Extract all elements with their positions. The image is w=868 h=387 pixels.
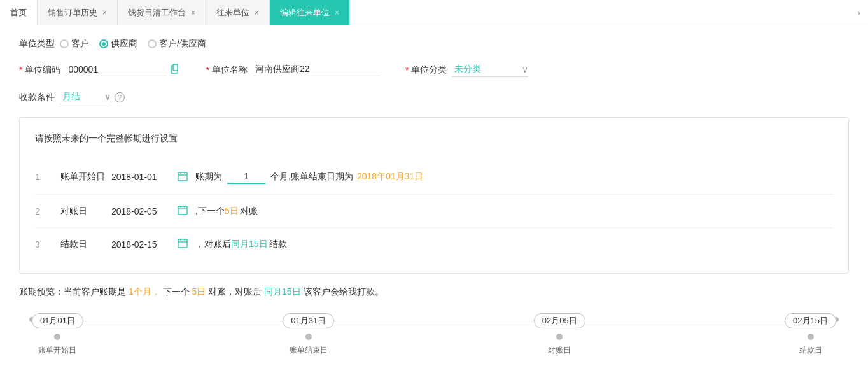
row-desc-1: 账期为	[195, 171, 222, 183]
timeline-dot-3	[556, 334, 563, 340]
unit-code-input[interactable]	[66, 63, 167, 76]
row-date-3-calendar-icon[interactable]	[178, 238, 188, 250]
radio-supplier[interactable]: 供应商	[99, 38, 137, 50]
row-label-1: 账单开始日	[60, 171, 111, 183]
setting-row-3: 3 结款日 2018-02-15 ，对账后 同月15日 结款	[35, 228, 833, 260]
preview-mid2: 对账，对账后	[208, 286, 262, 297]
row-date-3: 2018-02-15	[111, 239, 175, 250]
tab-cashflow[interactable]: 钱货日清工作台 ×	[118, 0, 206, 25]
unit-type-row: 单位类型 客户 供应商 客户/供应商	[19, 38, 849, 50]
preview-prefix: 账期预览：当前客户账期是	[19, 286, 126, 297]
timeline-date-4: 02月15日	[785, 313, 836, 328]
svg-rect-10	[178, 239, 187, 248]
tab-home[interactable]: 首页	[0, 0, 38, 25]
timeline-node-2: 01月31日 账单结束日	[283, 313, 334, 356]
preview-period: 1个月，	[129, 286, 160, 297]
timeline-dot-4	[808, 334, 814, 340]
setting-row-1: 1 账单开始日 2018-01-01 账期为 个月,账单结束日期为 2018年0…	[35, 160, 833, 195]
timeline-label-1: 账单开始日	[38, 345, 76, 356]
timeline-container: 01月01日 账单开始日 01月31日 账单结束日 02月05日 对账日 02月…	[19, 313, 849, 356]
timeline-dot-2	[305, 334, 312, 340]
row-desc-3b: 结款	[269, 239, 287, 250]
reconcile-day: 5日	[225, 206, 239, 217]
row-desc-2a: ,下一个	[195, 206, 225, 217]
timeline-date-3: 02月05日	[534, 313, 585, 328]
unit-category-value: 未分类	[452, 62, 519, 76]
preview-payment-day: 同月15日	[264, 286, 301, 297]
svg-rect-1	[173, 64, 178, 71]
unit-category-select[interactable]: 未分类 ∨	[452, 62, 528, 77]
row-date-1-calendar-icon[interactable]	[178, 171, 188, 183]
radio-both[interactable]: 客户/供应商	[148, 38, 206, 50]
unit-category-arrow-icon: ∨	[522, 64, 528, 74]
row-date-2: 2018-02-05	[111, 206, 175, 216]
row-date-1: 2018-01-01	[111, 172, 175, 182]
timeline-label-4: 结款日	[799, 345, 822, 356]
timeline-dot-1	[54, 334, 60, 340]
row-label-2: 对账日	[60, 206, 111, 217]
tab-edit-partner[interactable]: 编辑往来单位 ×	[270, 0, 350, 25]
payment-row: 收款条件 月结 ∨ ?	[19, 90, 849, 104]
unit-category-label: 单位分类	[411, 64, 447, 76]
payment-select[interactable]: 月结 ∨	[60, 90, 111, 104]
row-num-2: 2	[35, 206, 50, 216]
radio-customer[interactable]: 客户	[60, 38, 89, 50]
tabs-scroll-arrow[interactable]: ›	[850, 8, 868, 18]
timeline-node-1: 01月01日 账单开始日	[32, 313, 83, 356]
tab-close-partners[interactable]: ×	[255, 8, 259, 17]
period-suffix: 个月,账单结束日期为	[270, 171, 353, 183]
svg-rect-2	[178, 172, 187, 181]
unit-name-required: *	[206, 65, 209, 75]
unit-code-copy-icon[interactable]	[170, 64, 180, 76]
unit-name-group: * 单位名称	[206, 63, 379, 76]
unit-category-group: * 单位分类 未分类 ∨	[405, 62, 528, 77]
tabs-bar: 首页 销售订单历史 × 钱货日清工作台 × 往来单位 × 编辑往来单位 × ›	[0, 0, 868, 25]
row-label-3: 结款日	[60, 239, 111, 250]
timeline-date-1: 01月01日	[32, 313, 83, 328]
radio-both-circle	[148, 39, 157, 48]
row-desc-2b: 对账	[240, 206, 258, 217]
unit-category-required: *	[405, 65, 409, 75]
unit-info-row: * 单位编码 * 单位名称 * 单位分类 未分类 ∨	[19, 62, 849, 77]
preview-reconcile-day: 5日	[192, 286, 206, 297]
unit-code-group: * 单位编码	[19, 63, 180, 76]
unit-name-label: 单位名称	[212, 64, 248, 76]
tab-close-cashflow[interactable]: ×	[191, 8, 195, 17]
period-settings-card: 请按照未来的一个完整帐期进行设置 1 账单开始日 2018-01-01 账期为 …	[19, 117, 849, 274]
tab-partners[interactable]: 往来单位 ×	[206, 0, 270, 25]
timeline-nodes: 01月01日 账单开始日 01月31日 账单结束日 02月05日 对账日 02月…	[32, 313, 836, 356]
preview-text: 账期预览：当前客户账期是 1个月， 下一个 5日 对账，对账后 同月15日 该客…	[19, 286, 849, 298]
unit-name-input[interactable]	[253, 63, 380, 76]
payment-day: 同月15日	[231, 239, 268, 250]
row-num-1: 1	[35, 172, 50, 182]
unit-type-radio-group: 客户 供应商 客户/供应商	[60, 38, 206, 50]
radio-supplier-circle	[99, 39, 108, 48]
row-desc-3a: ，对账后	[195, 239, 231, 250]
payment-help-icon[interactable]: ?	[115, 92, 125, 102]
payment-dropdown-icon: ∨	[104, 92, 111, 102]
unit-code-required: *	[19, 65, 22, 75]
payment-value: 月结	[60, 90, 104, 104]
preview-suffix: 该客户会给我打款。	[304, 286, 384, 297]
unit-code-label: 单位编码	[25, 64, 60, 76]
tab-close-sales-history[interactable]: ×	[102, 8, 107, 17]
period-input[interactable]	[227, 170, 265, 184]
payment-label: 收款条件	[19, 92, 55, 103]
unit-type-label: 单位类型	[19, 38, 55, 50]
main-content: 单位类型 客户 供应商 客户/供应商 * 单位编码	[0, 25, 868, 387]
row-num-3: 3	[35, 239, 50, 250]
tab-sales-history[interactable]: 销售订单历史 ×	[38, 0, 118, 25]
preview-mid1: 下一个	[163, 286, 190, 297]
period-end-date: 2018年01月31日	[357, 171, 423, 183]
tab-close-edit-partner[interactable]: ×	[335, 8, 339, 17]
timeline-label-3: 对账日	[548, 345, 571, 356]
timeline-date-2: 01月31日	[283, 313, 334, 328]
row-date-2-calendar-icon[interactable]	[178, 205, 188, 217]
timeline-node-3: 02月05日 对账日	[534, 313, 585, 356]
timeline-label-2: 账单结束日	[290, 345, 328, 356]
setting-row-2: 2 对账日 2018-02-05 ,下一个 5日 对账	[35, 195, 833, 228]
timeline-node-4: 02月15日 结款日	[785, 313, 836, 356]
radio-customer-circle	[60, 39, 69, 48]
svg-rect-6	[178, 206, 187, 215]
card-title: 请按照未来的一个完整帐期进行设置	[35, 133, 833, 144]
